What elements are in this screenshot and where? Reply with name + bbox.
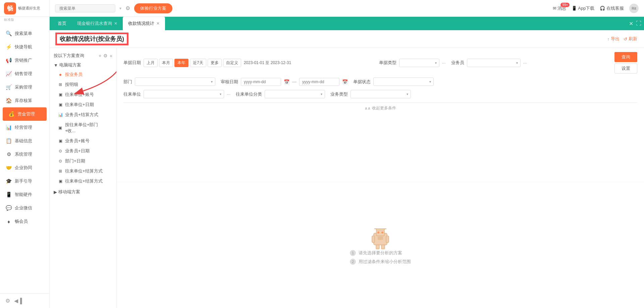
sidebar-item-quicknav[interactable]: ⚡ 快捷导航 — [0, 40, 49, 54]
sidebar-item-operations[interactable]: 📊 经营管理 — [0, 121, 49, 134]
sidebar-nav: 🔍 搜索菜单 ⚡ 快捷导航 📢 营销推广 📈 销售管理 🛒 采购管理 🏠 库存核… — [0, 24, 49, 293]
sidebar-item-inventory[interactable]: 🏠 库存核算 — [0, 94, 49, 107]
sidebar-item-system[interactable]: ⚙ 系统管理 — [0, 148, 49, 161]
calendar-end-icon[interactable]: 📅 — [342, 79, 348, 85]
content-area: 收款情况统计(按业务员) ↑ 导出 ↺ 刷新 按以下方案查询 + — [50, 30, 644, 308]
svg-rect-8 — [381, 245, 385, 249]
scheme-group-pc-header[interactable]: ▼ 电脑端方案 — [50, 61, 116, 69]
collapse-sidebar-icon[interactable]: ◀▐ — [14, 298, 22, 304]
scheme-item-salesperson-settlement[interactable]: 📊 业务员+结算方式 — [50, 110, 116, 120]
scheme-settings-button[interactable]: ⚙ — [103, 53, 108, 58]
salesperson-more-icon[interactable]: ··· — [523, 60, 527, 65]
dept-select[interactable] — [135, 78, 215, 86]
date-last-month-btn[interactable]: 上月 — [144, 59, 158, 67]
svg-rect-9 — [378, 237, 383, 240]
page-title: 收款情况统计(按业务员) — [56, 34, 127, 44]
salesperson-date-icon: ⊙ — [58, 148, 63, 154]
query-button[interactable]: 查询 — [614, 52, 637, 62]
counterparty-more-icon[interactable]: ··· — [227, 92, 230, 97]
sidebar-item-member[interactable]: ♦ 畅会员 — [0, 215, 49, 228]
messages-button[interactable]: ✉ 消息 99+ — [553, 5, 567, 11]
calendar-start-icon[interactable]: 📅 — [284, 79, 289, 85]
topbar-gear-icon[interactable]: ⚙ — [125, 5, 130, 11]
voucher-type-select[interactable] — [399, 59, 439, 67]
sidebar-item-finance[interactable]: 💰 资金管理 — [3, 107, 47, 121]
voucher-type-more-icon[interactable]: ··· — [442, 60, 446, 65]
basic-info-icon: 📋 — [5, 138, 12, 144]
sidebar-item-purchase[interactable]: 🛒 采购管理 — [0, 81, 49, 94]
sidebar-item-collab[interactable]: 🤝 企业协同 — [0, 161, 49, 174]
window-controls: ✕ ⛶ — [629, 20, 641, 27]
main-area: ▾ ⚙ 体验行业方案 ✉ 消息 99+ 📱 App下载 🎧 在线客服 Rit 首… — [50, 0, 644, 308]
filter-voucher-type-item: 单据类型 ··· — [379, 59, 446, 67]
scheme-panel-actions: + ⚙ « — [99, 53, 112, 58]
logo-area: 畅 畅捷通好生意 — [0, 0, 49, 17]
tab-bank-flow[interactable]: 现金银行流水查询 ✕ — [72, 17, 123, 30]
refresh-button[interactable]: ↺ 刷新 — [624, 36, 637, 42]
export-button[interactable]: ↑ 导出 — [607, 36, 620, 42]
scheme-item-salesperson-account[interactable]: ▣ 业务员+账号 — [50, 136, 116, 146]
audit-date-end-input[interactable] — [299, 78, 339, 86]
member-icon: ♦ — [5, 218, 12, 225]
app-download-button[interactable]: 📱 App下载 — [572, 5, 594, 11]
scheme-item-salesperson-date[interactable]: ⊙ 业务员+日期 — [50, 146, 116, 156]
quicknav-icon: ⚡ — [5, 44, 12, 50]
sidebar-item-hardware[interactable]: 📱 智能硬件 — [0, 188, 49, 201]
finance-icon: 💰 — [8, 111, 15, 117]
system-icon: ⚙ — [5, 151, 12, 158]
scheme-collapse-button[interactable]: « — [110, 53, 112, 58]
voucher-status-select[interactable] — [373, 78, 434, 86]
window-close-icon[interactable]: ✕ — [629, 20, 633, 27]
scheme-item-dept-date[interactable]: ⊙ 部门+日期 — [50, 156, 116, 166]
tab-home[interactable]: 首页 — [52, 17, 72, 30]
page-header: 收款情况统计(按业务员) ↑ 导出 ↺ 刷新 — [50, 30, 644, 48]
scheme-item-partner-settlement1[interactable]: ⊞ 往来单位+结算方式 — [50, 166, 116, 176]
scheme-item-partner-account[interactable]: ▣ 往来单位+账号 — [50, 90, 116, 100]
user-avatar[interactable]: Rit — [629, 4, 639, 13]
window-maximize-icon[interactable]: ⛶ — [636, 20, 641, 27]
sidebar-item-sales[interactable]: 📈 销售管理 — [0, 67, 49, 81]
voucher-status-select-wrap — [373, 78, 434, 86]
date-7days-btn[interactable]: 近7天 — [190, 59, 206, 67]
scheme-add-button[interactable]: + — [99, 53, 101, 58]
business-type-select[interactable] — [351, 90, 411, 98]
close-bank-flow-icon[interactable]: ✕ — [114, 21, 117, 26]
date-more-btn[interactable]: 更多 — [208, 59, 222, 67]
settings-button[interactable]: 设置 — [614, 63, 637, 73]
scheme-group-pc: ▼ 电脑端方案 ● 按业务员 ⊞ 按明细 ▣ 往来单位+账号 — [50, 61, 116, 186]
messages-badge: 99+ — [560, 3, 570, 7]
close-collection-stats-icon[interactable]: ✕ — [156, 21, 160, 26]
scheme-item-by-salesperson[interactable]: ● 按业务员 — [50, 69, 116, 80]
audit-date-start-input[interactable] — [241, 78, 281, 86]
sidebar-item-marketing[interactable]: 📢 营销推广 — [0, 54, 49, 67]
counterparty-select[interactable] — [144, 90, 224, 98]
sidebar-item-basic-info[interactable]: 📋 基础信息 — [0, 134, 49, 148]
tab-collection-stats[interactable]: 收款情况统计 ✕ — [123, 17, 165, 30]
partner-account-icon: ▣ — [58, 92, 63, 97]
scheme-item-partner-settlement2[interactable]: ▣ 往来单位+结算方式 — [50, 176, 116, 186]
counterparty-category-select[interactable] — [265, 90, 325, 98]
topbar-search-input[interactable] — [55, 4, 115, 12]
date-this-month-btn[interactable]: 本月 — [159, 59, 173, 67]
scheme-item-by-detail[interactable]: ⊞ 按明细 — [50, 80, 116, 90]
date-this-year-btn[interactable]: 本年 — [174, 59, 189, 67]
wechat-icon: 💬 — [5, 205, 12, 211]
collapse-bar[interactable]: ∧∧ 收起更多条件 — [123, 102, 637, 114]
date-custom-btn[interactable]: 自定义 — [223, 59, 241, 67]
filter-voucher-status-item: 单据状态 — [353, 78, 434, 86]
trial-button[interactable]: 体验行业方案 — [134, 3, 172, 13]
sidebar-item-search[interactable]: 🔍 搜索菜单 — [0, 27, 49, 40]
settings-footer-icon[interactable]: ⚙ — [5, 298, 10, 304]
sidebar-item-wechat[interactable]: 💬 企业微信 — [0, 201, 49, 215]
topbar: ▾ ⚙ 体验行业方案 ✉ 消息 99+ 📱 App下载 🎧 在线客服 Rit — [50, 0, 644, 17]
topbar-right: ✉ 消息 99+ 📱 App下载 🎧 在线客服 Rit — [553, 4, 639, 13]
online-service-button[interactable]: 🎧 在线客服 — [600, 5, 624, 11]
salesperson-select[interactable] — [467, 59, 521, 67]
scheme-item-partner-date[interactable]: ▣ 往来单位+日期 — [50, 100, 116, 110]
scheme-group-mobile-header[interactable]: ▶ 移动端方案 — [50, 188, 116, 196]
filter-counterparty-item: 往来单位 ··· — [123, 90, 230, 98]
empty-step-1: 1 请先选择要分析的方案 — [350, 250, 411, 256]
scheme-item-partner-dept-collection[interactable]: ▣ 按往来单位+部门+收... — [50, 120, 116, 136]
scheme-group-mobile: ▶ 移动端方案 — [50, 188, 116, 196]
sidebar-item-guide[interactable]: 🎓 新手引导 — [0, 174, 49, 188]
